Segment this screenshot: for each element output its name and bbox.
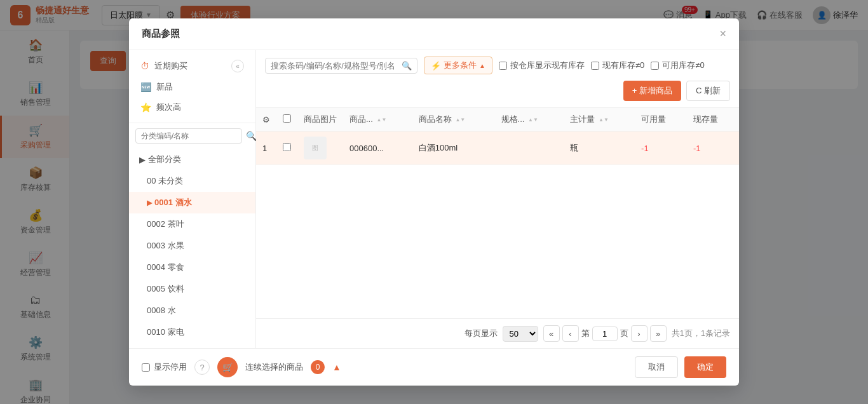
show-disabled-checkbox-label[interactable]: 显示停用	[142, 361, 187, 373]
cat-label-all: 全部分类	[148, 154, 181, 165]
cat-label-0004: 0004 零食	[147, 262, 184, 273]
cart-button[interactable]: 🛒	[217, 357, 238, 377]
cat-00[interactable]: 00 未分类	[129, 170, 255, 192]
product-search-icon[interactable]: 🔍	[402, 61, 412, 71]
dialog-body: ⏱ 近期购买 « 🆕 新品 ⭐ 频次高 🔍	[129, 50, 739, 348]
right-panel: 🔍 ⚡ 更多条件 ▲ 按仓库显示现有库存 现有库存≠0	[256, 50, 739, 348]
cat-arrow-all: ▶	[139, 155, 146, 165]
cat-0010[interactable]: 0010 家电	[129, 321, 255, 343]
quick-access: ⏱ 近期购买 « 🆕 新品 ⭐ 频次高	[129, 55, 255, 123]
col-unit-header[interactable]: 主计量 ▲▼	[564, 108, 635, 131]
existing-stock-checkbox[interactable]	[591, 62, 599, 70]
cat-all[interactable]: ▶ 全部分类	[129, 149, 255, 170]
col-checkbox-header[interactable]	[276, 108, 297, 131]
selected-count-badge: 0	[311, 360, 325, 374]
collapse-up-icon[interactable]: ▲	[332, 362, 341, 372]
product-table-area: ⚙ 商品图片 商品... ▲▼ 商品名称	[256, 108, 739, 318]
quick-item-recent[interactable]: ⏱ 近期购买 «	[134, 55, 250, 77]
warehouse-label: 按仓库显示现有库存	[510, 60, 585, 71]
more-filter-button[interactable]: ⚡ 更多条件 ▲	[424, 57, 492, 74]
cat-label-00: 00 未分类	[147, 175, 183, 187]
row-checkbox[interactable]	[283, 143, 291, 151]
product-image: 图	[304, 137, 327, 159]
recent-icon: ⏱	[140, 61, 149, 71]
select-all-checkbox[interactable]	[283, 114, 291, 123]
page-prefix-label: 第	[581, 328, 590, 339]
next-page-button[interactable]: ›	[631, 325, 648, 342]
first-page-button[interactable]: «	[543, 325, 560, 342]
col-settings[interactable]: ⚙	[256, 108, 276, 131]
per-page-select[interactable]: 50 100 200	[503, 326, 538, 342]
filter-bar: 🔍 ⚡ 更多条件 ▲ 按仓库显示现有库存 现有库存≠0	[256, 50, 739, 108]
col-code-header[interactable]: 商品... ▲▼	[343, 108, 412, 131]
add-product-button[interactable]: + 新增商品	[623, 81, 681, 101]
product-search-input[interactable]	[271, 61, 398, 71]
cat-0005[interactable]: 0005 饮料	[129, 278, 255, 300]
cell-code: 000600...	[343, 131, 412, 165]
prev-page-button[interactable]: ‹	[562, 325, 579, 342]
category-search-icon[interactable]: 🔍	[246, 131, 257, 141]
existing-stock-checkbox-label[interactable]: 现有库存≠0	[591, 60, 644, 71]
quick-label-recent: 近期购买	[154, 60, 187, 72]
cell-no: 1	[256, 131, 276, 165]
filter-chevron-icon: ▲	[479, 62, 485, 69]
product-search-box: 🔍	[265, 58, 417, 74]
cell-available: -1	[635, 131, 687, 165]
cat-label-0003: 0003 水果	[147, 240, 184, 252]
help-icon[interactable]: ?	[194, 360, 210, 375]
filter-actions: + 新增商品 C 刷新	[623, 81, 730, 101]
category-list: ▶ 全部分类 00 未分类 ▶ 0001 酒水 0002 茶叶 0003 水果	[129, 149, 255, 343]
page-navigation: « ‹ 第 页 › »	[543, 325, 667, 342]
quick-item-new[interactable]: 🆕 新品	[134, 77, 250, 97]
cell-unit: 瓶	[564, 131, 635, 165]
available-stock-checkbox[interactable]	[651, 62, 659, 70]
cell-stock: -1	[687, 131, 739, 165]
total-info: 共1页，1条记录	[672, 328, 730, 339]
dialog-footer: 显示停用 ? 🛒 连续选择的商品 0 ▲ 取消 确定	[129, 348, 739, 386]
cell-name: 白酒100ml	[412, 131, 495, 165]
dialog-overlay: 商品参照 × ⏱ 近期购买 « 🆕 新品 ⭐	[0, 0, 868, 404]
star-icon: ⭐	[140, 102, 151, 112]
page-suffix-label: 页	[620, 328, 628, 339]
page-number-input[interactable]	[592, 327, 618, 341]
table-row[interactable]: 1 图 000600... 白酒100ml 瓶 -1 -1	[256, 131, 739, 165]
show-disabled-checkbox[interactable]	[142, 363, 150, 372]
filter-label: 更多条件	[444, 60, 477, 71]
cat-label-0001: 0001 酒水	[154, 197, 192, 208]
cell-checkbox[interactable]	[276, 131, 297, 165]
cancel-button[interactable]: 取消	[635, 356, 678, 378]
last-page-button[interactable]: »	[650, 325, 667, 342]
cat-0008[interactable]: 0008 水	[129, 300, 255, 321]
category-search-row: 🔍	[129, 123, 255, 149]
cat-0003[interactable]: 0003 水果	[129, 235, 255, 257]
show-disabled-label: 显示停用	[154, 361, 187, 373]
cat-label-0010: 0010 家电	[147, 327, 184, 338]
warehouse-checkbox[interactable]	[499, 62, 507, 70]
close-button[interactable]: ×	[719, 27, 726, 41]
col-spec-header[interactable]: 规格... ▲▼	[495, 108, 564, 131]
quick-label-new: 新品	[156, 81, 173, 93]
col-name-header[interactable]: 商品名称 ▲▼	[412, 108, 495, 131]
col-stock-header[interactable]: 现存量	[687, 108, 739, 131]
footer-left: 显示停用 ? 🛒 连续选择的商品 0 ▲	[142, 357, 341, 377]
confirm-button[interactable]: 确定	[684, 356, 726, 378]
left-panel: ⏱ 近期购买 « 🆕 新品 ⭐ 频次高 🔍	[129, 50, 256, 348]
dialog-header: 商品参照 ×	[129, 18, 739, 50]
cat-0002[interactable]: 0002 茶叶	[129, 213, 255, 235]
sort-unit-icon: ▲▼	[599, 118, 609, 123]
col-img-header: 商品图片	[297, 108, 343, 131]
continuous-select-label: 连续选择的商品	[245, 361, 303, 373]
cell-img: 图	[297, 131, 343, 165]
available-stock-checkbox-label[interactable]: 可用库存≠0	[651, 60, 704, 71]
cat-0001[interactable]: ▶ 0001 酒水	[129, 192, 255, 213]
col-available-header[interactable]: 可用量	[635, 108, 687, 131]
category-search-input[interactable]	[135, 128, 242, 144]
refresh-button[interactable]: C 刷新	[686, 81, 730, 101]
warehouse-checkbox-label[interactable]: 按仓库显示现有库存	[499, 60, 585, 71]
cat-label-0005: 0005 饮料	[147, 283, 184, 295]
collapse-button[interactable]: «	[231, 60, 244, 72]
existing-stock-label: 现有库存≠0	[602, 60, 644, 71]
cell-spec	[495, 131, 564, 165]
cat-0004[interactable]: 0004 零食	[129, 257, 255, 278]
quick-item-frequent[interactable]: ⭐ 频次高	[134, 97, 250, 118]
